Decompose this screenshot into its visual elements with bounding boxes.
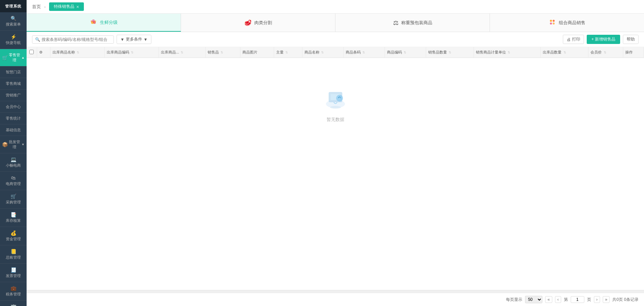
tab-fresh-grade[interactable]: 生鲜分级 <box>27 14 181 32</box>
sidebar-logo: 管理系统 <box>0 0 27 12</box>
sort-icon: ⇅ <box>404 51 406 54</box>
th-out-name[interactable]: 出库商品名称 ⇅ <box>50 47 105 58</box>
svg-point-4 <box>95 20 96 22</box>
filter-button[interactable]: ▼ 更多条件 ▼ <box>117 35 151 44</box>
help-button[interactable]: 帮助 <box>623 35 639 44</box>
last-page-button[interactable]: » <box>603 296 610 303</box>
tab-meat-cut-label: 肉类分割 <box>254 20 272 26</box>
search-box[interactable]: 🔍 <box>32 35 114 44</box>
sidebar-item-purchase[interactable]: 🛒 采购管理 <box>0 190 27 209</box>
inventory-icon: 📑 <box>11 212 16 217</box>
add-label: + 新增销售品 <box>591 36 615 42</box>
th-out-spec[interactable]: 出库商品... ⇅ <box>159 47 206 58</box>
sidebar-item-label: 零售统计 <box>6 116 21 120</box>
sidebar-item-inventory[interactable]: 📑 库存核算 <box>0 209 27 227</box>
sidebar-item-wholesale[interactable]: 📦 批发管理 ▼ <box>0 136 27 153</box>
main-content: 首页 › 特殊销售品 × 生鲜分级 🥩 肉类分割 ⚖ <box>27 0 644 306</box>
sort-icon: ⇅ <box>181 51 183 54</box>
select-all-checkbox[interactable] <box>29 50 34 54</box>
filter-arrow-icon: ▼ <box>144 37 148 42</box>
sidebar-item-retail-stats[interactable]: 零售统计 <box>0 113 27 124</box>
first-page-icon: « <box>548 297 550 302</box>
svg-point-13 <box>338 97 339 98</box>
chevron-down-icon: ▼ <box>21 143 25 146</box>
page-number-input[interactable] <box>571 296 584 303</box>
sidebar-item-member[interactable]: 会员中心 <box>0 101 27 113</box>
sidebar-item-label: 搜索菜单 <box>6 22 21 27</box>
combo-icon <box>549 18 556 27</box>
th-goods-name[interactable]: 商品名称 ⇅ <box>302 47 343 58</box>
th-out-code[interactable]: 出库商品编码 ⇅ <box>105 47 159 58</box>
sidebar-item-quicknav[interactable]: ⚡ 快捷导航 <box>0 31 27 49</box>
settings-icon[interactable]: ⚙ <box>39 50 43 54</box>
svg-point-2 <box>92 19 95 22</box>
sidebar-item-ledger[interactable]: 📒 总账管理 <box>0 245 27 264</box>
sidebar-item-label: 资金管理 <box>6 236 21 242</box>
sidebar-item-label: 智慧门店 <box>6 70 21 74</box>
sidebar-item-finance[interactable]: 💰 资金管理 <box>0 227 27 245</box>
th-barcode[interactable]: 商品条码 ⇅ <box>343 47 385 58</box>
mini-ecom-icon: 💻 <box>11 157 16 162</box>
sidebar-item-ecommerce-mini[interactable]: 💻 小畅电商 <box>0 153 27 172</box>
page-size-label: 每页显示 <box>506 297 522 303</box>
th-settings: ⚙ <box>37 47 50 58</box>
search-icon: 🔍 <box>11 16 16 21</box>
th-sale-qty[interactable]: 销售品数量 ⇅ <box>426 47 474 58</box>
th-action: 操作 <box>623 47 644 58</box>
tab-weigh-prepack[interactable]: ⚖ 称重预包装商品 <box>335 14 490 32</box>
total-info: 共0页 0条记录 <box>612 297 639 303</box>
close-tab-button[interactable]: × <box>76 4 79 10</box>
search-input[interactable] <box>42 37 110 42</box>
th-sale-item[interactable]: 销售品 ⇅ <box>206 47 240 58</box>
th-out-qty[interactable]: 出库品数量 ⇅ <box>541 47 588 58</box>
next-page-button[interactable]: › <box>594 296 600 303</box>
sidebar-item-smart-store[interactable]: 智慧门店 <box>0 66 27 78</box>
svg-point-6 <box>553 20 555 22</box>
sidebar-item-fixed-assets[interactable]: 🏢 固定资产 <box>0 301 27 306</box>
sidebar-item-retail[interactable]: 🛒 零售管理 ▲ <box>0 49 27 66</box>
page-size-select[interactable]: 10 20 50 100 <box>525 296 542 303</box>
sidebar-item-label: 总账管理 <box>6 255 21 260</box>
bottom-scrollbar[interactable] <box>27 290 644 293</box>
sidebar-item-basic-info-retail[interactable]: 基础信息 <box>0 124 27 136</box>
topbar: 首页 › 特殊销售品 × <box>27 0 644 14</box>
page-total-unit: 页 <box>587 297 591 303</box>
sidebar-item-marketing[interactable]: 营销推广 <box>0 90 27 101</box>
data-table: ⚙ 出库商品名称 ⇅ 出库商品编码 ⇅ 出库商品... ⇅ 销售品 ⇅ 商品图片… <box>27 47 644 58</box>
tab-fresh-grade-label: 生鲜分级 <box>100 19 118 26</box>
breadcrumb-home[interactable]: 首页 <box>32 4 41 10</box>
print-button[interactable]: 🖨 打印 <box>563 35 584 44</box>
breadcrumb-separator: › <box>44 5 46 9</box>
active-tab-pill[interactable]: 特殊销售品 × <box>49 2 84 11</box>
th-sale-unit[interactable]: 销售商品计量单位 ⇅ <box>474 47 541 58</box>
sidebar-item-invoice[interactable]: 🧾 发票管理 <box>0 264 27 282</box>
sort-icon: ⇅ <box>449 51 451 54</box>
add-sale-item-button[interactable]: + 新增销售品 <box>587 35 620 44</box>
tab-combo-sale[interactable]: 组合商品销售 <box>490 14 644 32</box>
sidebar-item-tax[interactable]: 💼 税务管理 <box>0 282 27 301</box>
th-main-qty[interactable]: 主量 ⇅ <box>274 47 302 58</box>
sidebar-item-ecommerce[interactable]: 🛍 电商管理 <box>0 172 27 190</box>
toolbar: 🔍 ▼ 更多条件 ▼ 🖨 打印 + 新增销售品 帮助 <box>27 32 644 47</box>
sidebar-item-retail-mall[interactable]: 零售商城 <box>0 78 27 90</box>
th-image: 商品图片 <box>240 47 274 58</box>
wholesale-icon: 📦 <box>2 142 8 147</box>
print-label: 打印 <box>572 36 580 42</box>
sidebar-item-label: 快捷导航 <box>6 40 21 45</box>
th-member-price[interactable]: 会员价 ⇅ <box>588 47 623 58</box>
tab-weigh-prepack-label: 称重预包装商品 <box>401 20 432 26</box>
sort-icon: ⇅ <box>321 51 324 54</box>
prev-page-button[interactable]: ‹ <box>555 296 561 303</box>
empty-state: 暂无数据 <box>27 58 644 150</box>
first-page-button[interactable]: « <box>545 296 552 303</box>
sidebar-item-search[interactable]: 🔍 搜索菜单 <box>0 12 27 31</box>
sidebar-item-label: 批发管理 <box>9 139 20 150</box>
sidebar-item-label: 税务管理 <box>6 292 21 297</box>
finance-icon: 💰 <box>11 230 16 236</box>
retail-icon: 🛒 <box>2 55 8 60</box>
sidebar: 管理系统 🔍 搜索菜单 ⚡ 快捷导航 🛒 零售管理 ▲ 智慧门店 零售商城 营销… <box>0 0 27 306</box>
th-goods-code[interactable]: 商品编码 ⇅ <box>385 47 426 58</box>
filter-icon: ▼ <box>120 37 124 42</box>
tab-meat-cut[interactable]: 🥩 肉类分割 <box>181 14 335 32</box>
sidebar-item-label: 基础信息 <box>6 128 21 132</box>
